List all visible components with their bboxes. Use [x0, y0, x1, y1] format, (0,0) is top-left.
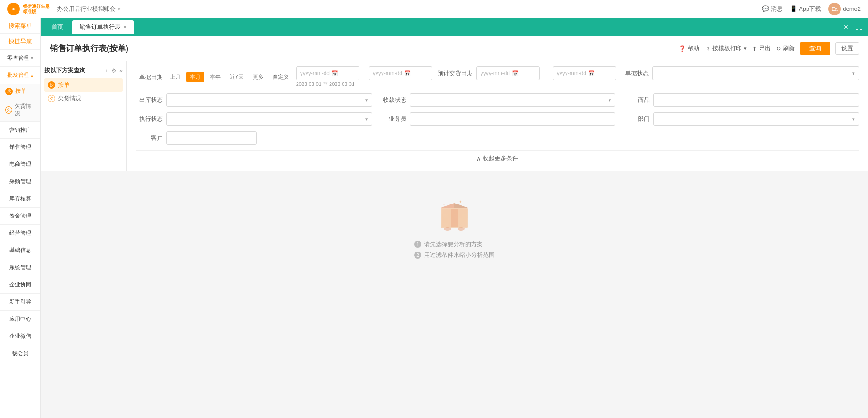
date-tab-last-month[interactable]: 上月 — [166, 72, 184, 82]
sidebar-item-member[interactable]: 畅会员 — [0, 345, 40, 362]
edit-scheme-icon[interactable]: ⚙ — [111, 67, 117, 74]
date-to-input[interactable]: yyyy-mm-dd 📅 — [369, 66, 432, 80]
sidebar-item-wechat[interactable]: 企业微信 — [0, 328, 40, 345]
sidebar-section-purchase: 采购管理 — [0, 173, 40, 190]
svg-point-7 — [458, 227, 465, 231]
sidebar-item-purchase[interactable]: 采购管理 — [0, 173, 40, 190]
sidebar-section-app-center: 应用中心 — [0, 311, 40, 328]
date-tab-custom[interactable]: 自定义 — [269, 72, 292, 82]
sidebar-item-newbie[interactable]: 新手引导 — [0, 294, 40, 310]
sidebar-item-finance[interactable]: 资金管理 — [0, 208, 40, 224]
date-range-inputs: yyyy-mm-dd 📅 — yyyy-mm-dd 📅 — [296, 66, 432, 80]
sidebar-section-inventory: 库存核算 — [0, 190, 40, 208]
date-from-input[interactable]: yyyy-mm-dd 📅 — [296, 66, 359, 80]
print-button[interactable]: 🖨 按模板打印 ▾ — [705, 44, 747, 52]
expected-date-group: 预计交货日期 yyyy-mm-dd 📅 — yyyy-mm-dd 📅 — [438, 66, 616, 80]
sidebar-item-system-label: 系统管理 — [9, 264, 31, 271]
collapse-scheme-icon[interactable]: « — [119, 67, 123, 74]
ship-status-arrow: ▾ — [365, 97, 368, 103]
filter-body: 按以下方案查询 + ⚙ « 按 按单 欠 欠货情况 — [41, 61, 868, 171]
exec-status-arrow: ▾ — [365, 116, 368, 122]
payment-status-group: 收款状态 ▾ — [379, 93, 616, 107]
sidebar-item-ecommerce-label: 电商管理 — [9, 161, 31, 168]
tab-expand-button[interactable]: ⛶ — [854, 21, 864, 33]
logo-text: 畅捷通好生意 标准版 — [23, 4, 50, 14]
settings-button[interactable]: 设置 — [835, 42, 859, 55]
expected-date-to-placeholder: yyyy-mm-dd — [557, 70, 586, 76]
collapse-bar[interactable]: ∧ 收起更多条件 — [136, 150, 859, 166]
sidebar-item-operations[interactable]: 经营管理 — [0, 225, 40, 242]
tab-close-all-button[interactable]: × — [842, 21, 850, 33]
sidebar-sub-item-by-order[interactable]: 按 按单 — [0, 84, 40, 99]
user-menu[interactable]: Ea demo2 — [828, 3, 861, 15]
sidebar-search[interactable]: 搜索菜单 — [0, 18, 40, 34]
sidebar-section-enterprise: 企业协同 — [0, 276, 40, 294]
expected-date-to-input[interactable]: yyyy-mm-dd 📅 — [553, 66, 616, 80]
date-from-placeholder: yyyy-mm-dd — [300, 70, 330, 76]
tab-sales-exec[interactable]: 销售订单执行表 × — [72, 20, 134, 34]
empty-state: ✦ ✦ 1 请先选择要分析的方案 2 用过滤条件来缩小分析范围 — [414, 190, 495, 259]
breadcrumb-text: 办公用品行业模拟账套 — [57, 5, 116, 13]
sidebar-item-basic[interactable]: 基础信息 — [0, 242, 40, 259]
product-label: 商品 — [623, 96, 650, 104]
app-download-label: App下载 — [799, 5, 821, 13]
tip-1-text: 请先选择要分析的方案 — [424, 240, 483, 248]
export-button[interactable]: ⬆ 导出 — [752, 44, 771, 52]
date-tab-this-month[interactable]: 本月 — [186, 72, 204, 82]
tab-sales-exec-close[interactable]: × — [123, 24, 127, 30]
side-filter-item-by-order[interactable]: 按 按单 — [44, 78, 123, 92]
exec-status-select[interactable]: ▾ — [166, 112, 372, 126]
sidebar-item-app-center[interactable]: 应用中心 — [0, 311, 40, 328]
sidebar-quick-nav[interactable]: 快捷导航 — [0, 34, 40, 50]
app-download-button[interactable]: 📱 App下载 — [790, 5, 821, 13]
payment-status-select[interactable]: ▾ — [410, 93, 616, 107]
product-select[interactable]: ··· — [653, 93, 859, 107]
main-layout: 搜索菜单 快捷导航 零售管理 ▾ 批发管理 ▴ 按 按单 欠 欠货情况 — [0, 18, 868, 418]
sub-dot-order: 按 — [5, 88, 13, 95]
expected-date-from-input[interactable]: yyyy-mm-dd 📅 — [476, 66, 540, 80]
filter-row-3: 执行状态 ▾ 业务员 ··· — [136, 112, 859, 126]
export-icon: ⬆ — [752, 45, 757, 52]
date-to-placeholder: yyyy-mm-dd — [373, 70, 402, 76]
expected-date-from-placeholder: yyyy-mm-dd — [481, 70, 510, 76]
add-scheme-icon[interactable]: + — [105, 67, 108, 74]
download-icon: 📱 — [790, 5, 797, 12]
customer-select[interactable]: ··· — [166, 131, 257, 145]
sidebar-item-wholesale[interactable]: 批发管理 ▴ — [0, 67, 40, 84]
date-tab-last7[interactable]: 近7天 — [226, 72, 247, 82]
logo-area: 畅捷通好生意 标准版 — [7, 3, 50, 15]
messages-label: 消息 — [771, 5, 783, 13]
sidebar-item-sales[interactable]: 销售管理 — [0, 139, 40, 156]
department-label: 部门 — [623, 115, 650, 123]
query-button[interactable]: 查询 — [800, 42, 830, 55]
doc-status-group: 单据状态 ▾ — [622, 66, 859, 80]
tab-bar-right: × ⛶ — [842, 21, 864, 33]
sidebar-sub-item-debt[interactable]: 欠 欠货情况 — [0, 99, 40, 121]
messages-button[interactable]: 💬 消息 — [762, 5, 783, 13]
date-tab-this-year[interactable]: 本年 — [206, 72, 224, 82]
doc-status-select[interactable]: ▾ — [652, 66, 859, 80]
sidebar-item-enterprise[interactable]: 企业协同 — [0, 276, 40, 293]
content-area: 首页 销售订单执行表 × × ⛶ 销售订单执行表(按单) ❓ 帮助 — [41, 18, 868, 418]
sidebar-item-retail[interactable]: 零售管理 ▾ — [0, 50, 40, 66]
salesperson-select[interactable]: ··· — [410, 112, 616, 126]
sidebar-section-retail: 零售管理 ▾ — [0, 50, 40, 67]
sidebar-item-ecommerce[interactable]: 电商管理 — [0, 156, 40, 173]
tab-home[interactable]: 首页 — [44, 20, 71, 34]
help-button[interactable]: ❓ 帮助 — [679, 44, 699, 52]
date-tabs: 上月 本月 本年 近7天 更多 自定义 — [166, 72, 292, 82]
sidebar-item-wholesale-label: 批发管理 — [7, 71, 29, 79]
ship-status-select[interactable]: ▾ — [166, 93, 372, 107]
tip-2-text: 用过滤条件来缩小分析范围 — [424, 251, 495, 259]
sidebar-item-inventory[interactable]: 库存核算 — [0, 190, 40, 207]
calendar-icon-to: 📅 — [404, 70, 411, 76]
customer-label: 客户 — [136, 134, 163, 142]
sidebar-item-system[interactable]: 系统管理 — [0, 259, 40, 276]
tip-num-2: 2 — [414, 252, 421, 259]
side-filter-item-debt[interactable]: 欠 欠货情况 — [44, 92, 123, 105]
customer-dots: ··· — [247, 134, 253, 142]
date-tab-more[interactable]: 更多 — [249, 72, 267, 82]
refresh-button[interactable]: ↺ 刷新 — [776, 44, 795, 52]
sidebar-item-marketing[interactable]: 营销推广 — [0, 122, 40, 138]
department-select[interactable]: ▾ — [653, 112, 859, 126]
